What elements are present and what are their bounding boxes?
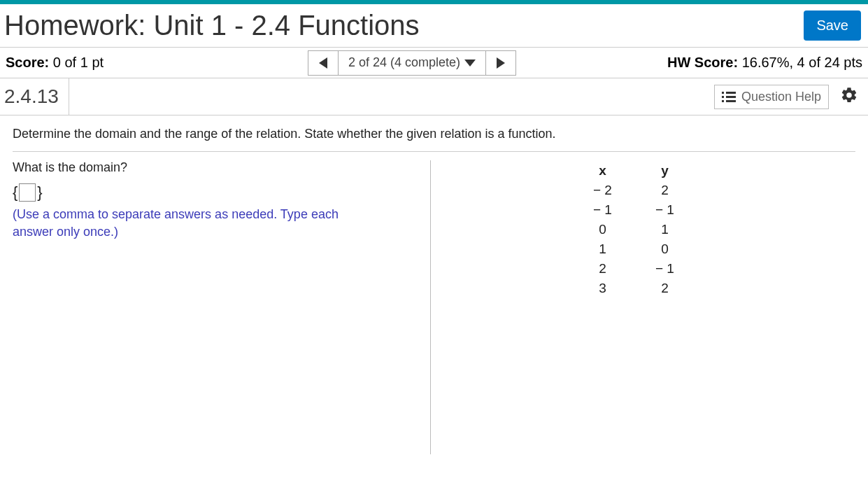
question-nav: 2 of 24 (4 complete) [308, 50, 516, 76]
content: Determine the domain and the range of th… [0, 115, 868, 454]
right-pane: x y − 2 2 − 1 − 1 0 1 [431, 160, 855, 454]
chevron-down-icon [464, 59, 476, 66]
settings-button[interactable] [837, 83, 861, 110]
question-help-button[interactable]: Question Help [714, 85, 829, 109]
score-value: 0 of 1 pt [53, 55, 104, 70]
hw-score-value: 16.67%, 4 of 24 pts [742, 55, 862, 70]
cell-x: − 2 [572, 181, 633, 200]
cell-x: − 1 [572, 201, 633, 219]
relation-table: x y − 2 2 − 1 − 1 0 1 [571, 160, 697, 299]
brace-close: } [37, 183, 42, 202]
header-row: Homework: Unit 1 - 2.4 Functions Save [0, 4, 868, 48]
chevron-right-icon [497, 57, 505, 69]
cell-x: 0 [572, 220, 633, 239]
question-instructions: Determine the domain and the range of th… [13, 127, 855, 152]
hw-score: HW Score: 16.67%, 4 of 24 pts [667, 55, 862, 71]
question-number: 2.4.13 [0, 78, 69, 115]
brace-open: { [13, 183, 17, 202]
page-title: Homework: Unit 1 - 2.4 Functions [4, 10, 420, 41]
question-progress-dropdown[interactable]: 2 of 24 (4 complete) [339, 50, 485, 76]
question-help-label: Question Help [741, 90, 821, 104]
cell-y: 0 [634, 240, 695, 258]
score-label: Score: [6, 55, 49, 70]
domain-input[interactable] [19, 183, 36, 202]
left-pane: What is the domain? { } (Use a comma to … [13, 160, 431, 454]
prev-question-button[interactable] [308, 50, 339, 76]
score-left: Score: 0 of 1 pt [6, 55, 104, 71]
table-header-y: y [634, 162, 695, 180]
table-row: 2 − 1 [572, 260, 695, 278]
cell-y: 2 [634, 181, 695, 200]
table-row: 1 0 [572, 240, 695, 258]
list-icon [722, 92, 736, 102]
subquestion-text: What is the domain? [13, 160, 422, 175]
cell-y: 2 [634, 279, 695, 298]
question-row: 2.4.13 Question Help [0, 78, 868, 115]
body-split: What is the domain? { } (Use a comma to … [13, 160, 855, 454]
cell-y: − 1 [634, 260, 695, 278]
cell-x: 3 [572, 279, 633, 298]
chevron-left-icon [319, 57, 327, 69]
answer-row: { } [13, 183, 422, 202]
hw-score-label: HW Score: [667, 55, 738, 70]
table-row: 3 2 [572, 279, 695, 298]
table-header-x: x [572, 162, 633, 180]
cell-x: 2 [572, 260, 633, 278]
table-row: − 2 2 [572, 181, 695, 200]
table-row: − 1 − 1 [572, 201, 695, 219]
save-button[interactable]: Save [804, 10, 861, 41]
cell-x: 1 [572, 240, 633, 258]
nav-progress-text: 2 of 24 (4 complete) [348, 55, 460, 70]
cell-y: 1 [634, 220, 695, 239]
next-question-button[interactable] [485, 50, 516, 76]
cell-y: − 1 [634, 201, 695, 219]
answer-hint: (Use a comma to separate answers as need… [13, 206, 376, 241]
table-row: 0 1 [572, 220, 695, 239]
question-row-right: Question Help [714, 83, 868, 110]
gear-icon [840, 86, 858, 104]
score-row: Score: 0 of 1 pt 2 of 24 (4 complete) HW… [0, 48, 868, 78]
